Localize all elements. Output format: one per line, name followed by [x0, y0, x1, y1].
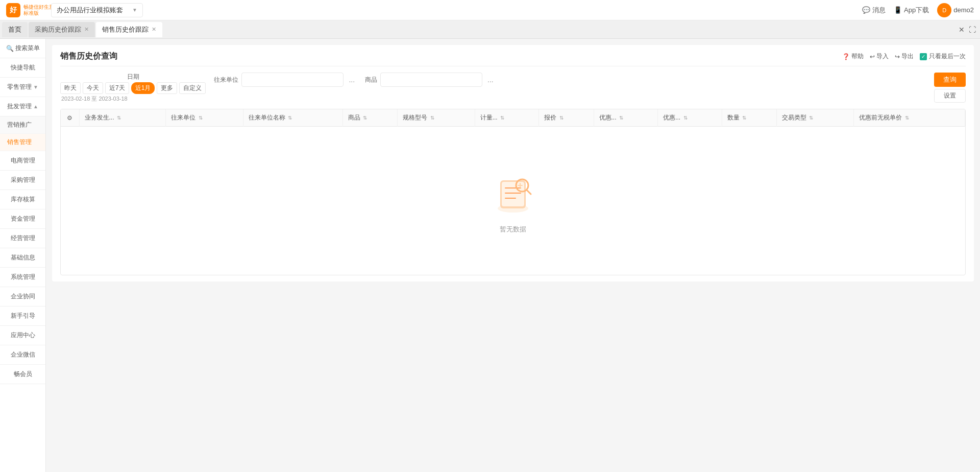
sort-counterparty-name-icon: ⇅: [288, 115, 292, 121]
sidebar-item-ecommerce[interactable]: 电商管理: [0, 151, 45, 171]
sidebar-item-app-center[interactable]: 应用中心: [0, 326, 45, 345]
date-btn-yesterday[interactable]: 昨天: [60, 82, 81, 94]
search-icon: 🔍: [6, 45, 14, 52]
sidebar-item-enterprise[interactable]: 企业协同: [0, 287, 45, 306]
export-icon: ↪: [895, 53, 900, 60]
th-settings: ⚙: [61, 109, 79, 127]
sort-discount1-icon: ⇅: [619, 115, 623, 121]
product-ellipsis[interactable]: ...: [485, 76, 496, 84]
wholesale-arrow-icon: ▲: [33, 104, 38, 109]
column-settings-icon[interactable]: ⚙: [67, 114, 72, 122]
checkbox-checked-icon: ✓: [920, 53, 927, 60]
counterparty-ellipsis[interactable]: ...: [347, 76, 357, 84]
filter-actions: 查询 设置: [934, 73, 966, 103]
sidebar-item-basic-info[interactable]: 基础信息: [0, 248, 45, 268]
page-actions: ❓ 帮助 ↩ 导入 ↪ 导出 ✓ 只看最后一次: [842, 52, 966, 61]
data-table: ⚙ 业务发生... ⇅ 往来单位 ⇅ 往来单位名称: [61, 109, 965, 127]
tab-home[interactable]: 首页: [2, 22, 28, 37]
filter-row: 日期 昨天 今天 近7天 近1月 更多 自定义 2023-02-18 至 202…: [60, 73, 966, 103]
tab-sales-history[interactable]: 销售历史价跟踪 ✕: [96, 22, 162, 37]
date-btn-custom[interactable]: 自定义: [179, 82, 206, 94]
only-last-checkbox[interactable]: ✓ 只看最后一次: [920, 52, 966, 61]
sidebar-item-inventory[interactable]: 库存核算: [0, 190, 45, 209]
help-icon: ❓: [842, 53, 850, 60]
workspace-chevron: ▼: [132, 7, 137, 13]
tab-purchase-history-close[interactable]: ✕: [84, 26, 89, 33]
th-pretax-price[interactable]: 优惠前无税单价 ⇅: [854, 109, 965, 127]
product-filter-group: 商品 ...: [365, 73, 496, 87]
sidebar-item-purchase[interactable]: 采购管理: [0, 171, 45, 190]
sort-discount2-icon: ⇅: [683, 115, 688, 121]
sort-quantity-icon: ⇅: [742, 115, 746, 121]
logo-text: 畅捷信好生意 标准版: [23, 4, 54, 16]
empty-state: 暂无数据: [61, 127, 965, 275]
sidebar-item-search[interactable]: 🔍 搜索菜单: [0, 39, 45, 58]
app-icon: 📱: [894, 6, 902, 14]
logo-icon: 好: [6, 3, 20, 17]
sort-spec-icon: ⇅: [430, 115, 434, 121]
th-trade-type[interactable]: 交易类型 ⇅: [777, 109, 854, 127]
date-btn-today[interactable]: 今天: [83, 82, 103, 94]
th-spec[interactable]: 规格型号 ⇅: [398, 109, 475, 127]
sidebar-item-retail[interactable]: 零售管理 ▼: [0, 78, 45, 97]
tab-sales-history-close[interactable]: ✕: [152, 26, 156, 33]
sort-product-icon: ⇅: [363, 115, 367, 121]
counterparty-input[interactable]: [241, 73, 344, 87]
sort-trade-type-icon: ⇅: [809, 115, 813, 121]
workspace-label: 办公用品行业模拟账套: [57, 6, 123, 15]
sidebar-item-finance[interactable]: 资金管理: [0, 209, 45, 229]
sort-unit-icon: ⇅: [500, 115, 504, 121]
user-avatar[interactable]: D demo2: [937, 3, 974, 17]
th-biz-date[interactable]: 业务发生... ⇅: [79, 109, 166, 127]
page-card: 销售历史价查询 ❓ 帮助 ↩ 导入 ↪ 导出 ✓: [52, 45, 974, 281]
date-btn-more[interactable]: 更多: [157, 82, 177, 94]
help-btn[interactable]: ❓ 帮助: [842, 52, 864, 61]
table-container: ⚙ 业务发生... ⇅ 往来单位 ⇅ 往来单位名称: [60, 109, 966, 275]
tab-close-all-icon[interactable]: ✕: [959, 26, 965, 34]
query-button[interactable]: 查询: [934, 73, 966, 87]
date-btn-7days[interactable]: 近7天: [105, 82, 129, 94]
sidebar-item-wechat[interactable]: 企业微信: [0, 345, 45, 365]
table-header-row: ⚙ 业务发生... ⇅ 往来单位 ⇅ 往来单位名称: [61, 109, 965, 127]
message-btn[interactable]: 💬 消息: [862, 6, 886, 15]
tab-maximize-icon[interactable]: ⛶: [969, 26, 976, 34]
settings-button[interactable]: 设置: [934, 89, 966, 103]
product-label: 商品: [365, 76, 377, 84]
message-icon: 💬: [862, 6, 870, 14]
th-quantity[interactable]: 数量 ⇅: [722, 109, 776, 127]
tab-purchase-history[interactable]: 采购历史价跟踪 ✕: [29, 22, 95, 37]
sidebar-item-guide[interactable]: 新手引导: [0, 306, 45, 326]
retail-arrow-icon: ▼: [33, 84, 38, 90]
sidebar-item-system[interactable]: 系统管理: [0, 268, 45, 287]
sort-biz-date-icon: ⇅: [117, 115, 121, 121]
import-btn[interactable]: ↩ 导入: [870, 52, 889, 61]
export-btn[interactable]: ↪ 导出: [895, 52, 914, 61]
sidebar-item-wholesale[interactable]: 批发管理 ▲: [0, 97, 45, 116]
sidebar: 🔍 搜索菜单 快捷导航 零售管理 ▼ 批发管理 ▲ 营销推广 销售管理 电商管理…: [0, 39, 46, 472]
app-download-btn[interactable]: 📱 App下载: [894, 6, 929, 15]
empty-text: 暂无数据: [500, 225, 526, 234]
th-discount1[interactable]: 优惠... ⇅: [594, 109, 658, 127]
sidebar-item-member[interactable]: 畅会员: [0, 365, 45, 384]
date-btn-1month[interactable]: 近1月: [131, 82, 155, 94]
counterparty-label: 往来单位: [214, 76, 238, 84]
th-discount2[interactable]: 优惠... ⇅: [658, 109, 722, 127]
main-layout: 🔍 搜索菜单 快捷导航 零售管理 ▼ 批发管理 ▲ 营销推广 销售管理 电商管理…: [0, 39, 980, 472]
th-counterparty-code[interactable]: 往来单位 ⇅: [166, 109, 243, 127]
page-title-row: 销售历史价查询 ❓ 帮助 ↩ 导入 ↪ 导出 ✓: [60, 51, 966, 66]
sort-pretax-price-icon: ⇅: [905, 115, 909, 121]
date-filter-group: 日期 昨天 今天 近7天 近1月 更多 自定义 2023-02-18 至 202…: [60, 73, 206, 103]
product-input[interactable]: [380, 73, 482, 87]
sidebar-item-quick-nav[interactable]: 快捷导航: [0, 58, 45, 78]
sidebar-item-operations[interactable]: 经营管理: [0, 229, 45, 248]
sidebar-item-marketing[interactable]: 营销推广: [0, 116, 45, 134]
sidebar-item-sales-mgmt[interactable]: 销售管理: [0, 134, 45, 151]
th-counterparty-name[interactable]: 往来单位名称 ⇅: [243, 109, 342, 127]
th-unit[interactable]: 计量... ⇅: [475, 109, 539, 127]
content-area: 销售历史价查询 ❓ 帮助 ↩ 导入 ↪ 导出 ✓: [46, 39, 980, 472]
sort-quoted-price-icon: ⇅: [559, 115, 564, 121]
th-quoted-price[interactable]: 报价 ⇅: [539, 109, 594, 127]
th-product[interactable]: 商品 ⇅: [343, 109, 398, 127]
workspace-selector[interactable]: 办公用品行业模拟账套 ▼: [51, 3, 143, 17]
import-icon: ↩: [870, 53, 875, 60]
